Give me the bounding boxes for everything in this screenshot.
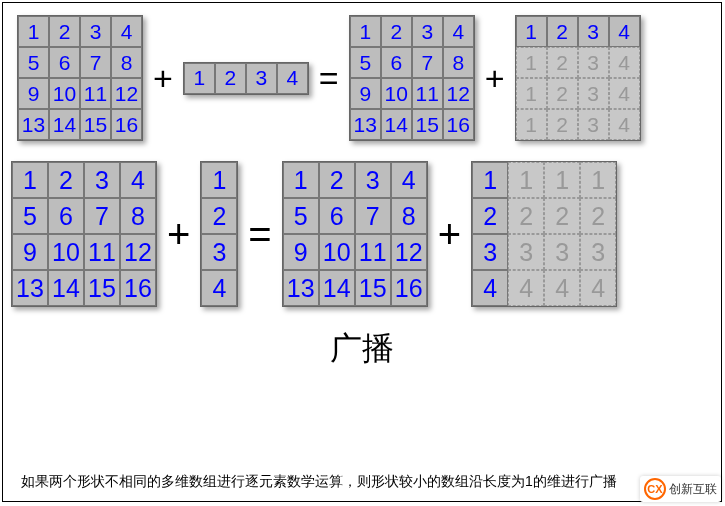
matrix-cell: 1 <box>516 16 547 47</box>
matrix-cell: 10 <box>381 78 412 109</box>
matrix-ghost-cell: 3 <box>544 234 580 270</box>
matrix-cell: 16 <box>391 270 427 306</box>
matrix-ghost-cell: 4 <box>544 270 580 306</box>
matrix-cell: 3 <box>84 162 120 198</box>
watermark-text: 创新互联 <box>669 481 717 498</box>
matrix-cell: 8 <box>120 198 156 234</box>
matrix-r1-a: 12345678910111213141516 <box>17 15 143 141</box>
matrix-cell: 9 <box>350 78 381 109</box>
equals-op: = <box>248 212 271 257</box>
matrix-cell: 3 <box>472 234 508 270</box>
matrix-ghost-cell: 1 <box>516 109 547 140</box>
matrix-ghost-cell: 4 <box>609 78 640 109</box>
matrix-cell: 13 <box>350 109 381 140</box>
matrix-cell: 11 <box>412 78 443 109</box>
matrix-cell: 9 <box>283 234 319 270</box>
matrix-cell: 15 <box>84 270 120 306</box>
matrix-cell: 13 <box>18 109 49 140</box>
matrix-cell: 13 <box>12 270 48 306</box>
plus-op: + <box>438 212 461 257</box>
matrix-r1-c: 12345678910111213141516 <box>349 15 475 141</box>
matrix-cell: 2 <box>49 16 80 47</box>
matrix-cell: 16 <box>111 109 142 140</box>
matrix-ghost-cell: 4 <box>508 270 544 306</box>
matrix-cell: 3 <box>246 63 277 94</box>
broadcast-row-2: 12345678910111213141516 + 1234 = 1234567… <box>11 161 713 307</box>
matrix-cell: 10 <box>48 234 84 270</box>
matrix-cell: 4 <box>391 162 427 198</box>
matrix-cell: 11 <box>84 234 120 270</box>
matrix-ghost-cell: 2 <box>547 78 578 109</box>
matrix-cell: 10 <box>319 234 355 270</box>
matrix-cell: 1 <box>12 162 48 198</box>
matrix-ghost-cell: 3 <box>578 109 609 140</box>
matrix-cell: 3 <box>80 16 111 47</box>
matrix-cell: 1 <box>18 16 49 47</box>
matrix-cell: 1 <box>472 162 508 198</box>
matrix-ghost-cell: 3 <box>578 47 609 78</box>
matrix-cell: 11 <box>80 78 111 109</box>
matrix-ghost-cell: 1 <box>508 162 544 198</box>
matrix-cell: 10 <box>49 78 80 109</box>
matrix-cell: 1 <box>350 16 381 47</box>
matrix-cell: 11 <box>355 234 391 270</box>
matrix-r1-b: 1234 <box>183 62 309 95</box>
matrix-cell: 3 <box>355 162 391 198</box>
matrix-ghost-cell: 2 <box>580 198 616 234</box>
matrix-cell: 8 <box>443 47 474 78</box>
matrix-cell: 12 <box>391 234 427 270</box>
matrix-cell: 16 <box>120 270 156 306</box>
matrix-cell: 1 <box>283 162 319 198</box>
matrix-cell: 12 <box>111 78 142 109</box>
broadcast-row-1: 12345678910111213141516 + 1234 = 1234567… <box>17 15 713 141</box>
matrix-cell: 6 <box>381 47 412 78</box>
matrix-ghost-cell: 2 <box>508 198 544 234</box>
diagram-frame: 12345678910111213141516 + 1234 = 1234567… <box>2 2 722 502</box>
matrix-cell: 7 <box>84 198 120 234</box>
matrix-cell: 1 <box>201 162 237 198</box>
matrix-cell: 2 <box>215 63 246 94</box>
matrix-cell: 2 <box>319 162 355 198</box>
plus-op: + <box>153 59 173 98</box>
matrix-ghost-cell: 4 <box>609 109 640 140</box>
matrix-ghost-cell: 3 <box>578 78 609 109</box>
matrix-cell: 4 <box>111 16 142 47</box>
equals-op: = <box>319 59 339 98</box>
matrix-r1-d: 1234123412341234 <box>515 15 641 141</box>
matrix-cell: 4 <box>277 63 308 94</box>
matrix-cell: 3 <box>412 16 443 47</box>
matrix-ghost-cell: 2 <box>544 198 580 234</box>
matrix-cell: 2 <box>48 162 84 198</box>
matrix-r2-c: 12345678910111213141516 <box>282 161 428 307</box>
matrix-cell: 15 <box>80 109 111 140</box>
matrix-r2-d: 1111222233334444 <box>471 161 617 307</box>
matrix-ghost-cell: 3 <box>580 234 616 270</box>
matrix-cell: 16 <box>443 109 474 140</box>
matrix-cell: 7 <box>80 47 111 78</box>
watermark-badge: CX 创新互联 <box>640 476 721 502</box>
matrix-r2-b: 1234 <box>200 161 238 307</box>
diagram-title: 广播 <box>11 327 713 371</box>
plus-op: + <box>485 59 505 98</box>
matrix-cell: 12 <box>443 78 474 109</box>
matrix-cell: 14 <box>48 270 84 306</box>
matrix-cell: 5 <box>12 198 48 234</box>
plus-op: + <box>167 212 190 257</box>
matrix-cell: 5 <box>350 47 381 78</box>
diagram-caption: 如果两个形状不相同的多维数组进行逐元素数学运算，则形状较小的数组沿长度为1的维进… <box>21 473 617 491</box>
matrix-cell: 14 <box>319 270 355 306</box>
matrix-cell: 12 <box>120 234 156 270</box>
matrix-r2-a: 12345678910111213141516 <box>11 161 157 307</box>
matrix-cell: 5 <box>18 47 49 78</box>
matrix-ghost-cell: 1 <box>516 78 547 109</box>
matrix-cell: 14 <box>381 109 412 140</box>
matrix-cell: 8 <box>111 47 142 78</box>
matrix-cell: 2 <box>472 198 508 234</box>
matrix-ghost-cell: 4 <box>580 270 616 306</box>
matrix-cell: 13 <box>283 270 319 306</box>
matrix-ghost-cell: 4 <box>609 47 640 78</box>
matrix-cell: 1 <box>184 63 215 94</box>
matrix-ghost-cell: 2 <box>547 47 578 78</box>
matrix-cell: 4 <box>120 162 156 198</box>
matrix-ghost-cell: 1 <box>516 47 547 78</box>
